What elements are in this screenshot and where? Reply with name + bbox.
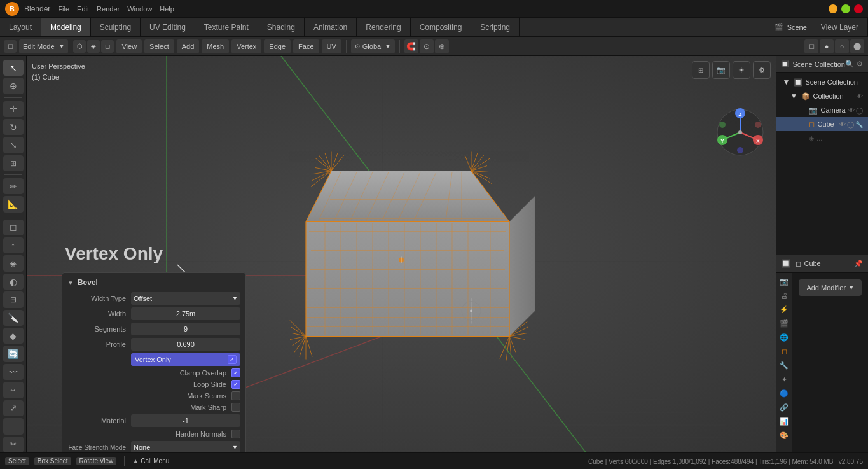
add-menu[interactable]: Add: [177, 39, 200, 53]
menu-edit[interactable]: Edit: [77, 5, 89, 13]
viewport[interactable]: User Perspective (1) Cube ⊞ 📷 ☀ ⚙ Z X: [27, 56, 776, 452]
mesh-menu[interactable]: Mesh: [202, 39, 229, 53]
add-cube-tool[interactable]: ◻: [3, 220, 24, 235]
extrude-tool[interactable]: ↑: [3, 237, 24, 253]
maximize-button[interactable]: [841, 4, 850, 13]
mark-sharp-checkbox[interactable]: [231, 403, 240, 412]
tab-animation[interactable]: Animation: [305, 18, 357, 36]
select-tool[interactable]: ↖: [3, 60, 24, 76]
tab-compositing[interactable]: Compositing: [411, 18, 472, 36]
outliner-camera[interactable]: 📷 Camera 👁 ◯: [776, 103, 868, 117]
nav-gizmo[interactable]: Z X Y: [715, 107, 766, 160]
segments-value[interactable]: 9: [131, 323, 240, 335]
add-modifier-button[interactable]: Add Modifier ▼: [799, 279, 862, 296]
profile-value[interactable]: 0.690: [131, 338, 240, 351]
props-physics-btn[interactable]: 🔵: [778, 388, 790, 400]
outliner-collection[interactable]: ▼ 📦 Collection 👁: [776, 89, 868, 103]
outliner-filter-btn[interactable]: 🔍: [845, 60, 854, 68]
props-scene-btn[interactable]: 🎬: [778, 318, 790, 330]
mode-btn-1[interactable]: ⬡: [73, 40, 86, 53]
tab-modeling[interactable]: Modeling: [41, 18, 91, 36]
transform-pivot-btn[interactable]: ⊙ Global ▼: [351, 39, 395, 53]
tab-view-layer[interactable]: View Layer: [812, 18, 868, 36]
overlay-btn[interactable]: ⊕: [435, 39, 449, 53]
tab-uv-editing[interactable]: UV Editing: [141, 18, 195, 36]
tab-rendering[interactable]: Rendering: [357, 18, 410, 36]
viewport-camera-btn[interactable]: 📷: [712, 61, 730, 79]
width-type-dropdown[interactable]: Offset ▼: [131, 292, 240, 305]
vertex-menu[interactable]: Vertex: [231, 39, 261, 53]
menu-window[interactable]: Window: [127, 5, 152, 13]
spin-tool[interactable]: 🔄: [3, 346, 24, 361]
add-workspace-button[interactable]: +: [520, 18, 537, 36]
tab-layout[interactable]: Layout: [0, 18, 41, 36]
props-particles-btn[interactable]: ✦: [778, 374, 790, 386]
outliner-item-4[interactable]: ◈ ...: [776, 131, 868, 145]
shading-wireframe[interactable]: ◻: [804, 39, 818, 53]
props-data-btn[interactable]: 📊: [778, 416, 790, 428]
proportional-btn[interactable]: ⊙: [420, 39, 434, 53]
props-view-layer-btn[interactable]: ⚡: [778, 304, 790, 316]
tab-scripting[interactable]: Scripting: [471, 18, 520, 36]
poly-build-tool[interactable]: ◆: [3, 328, 24, 344]
minimize-button[interactable]: [829, 4, 837, 13]
props-modifier-btn[interactable]: 🔧: [778, 360, 790, 372]
transform-tool[interactable]: ⊞: [3, 155, 24, 171]
face-strength-dropdown[interactable]: None ▼: [131, 441, 240, 452]
shrink-tool[interactable]: ⤢: [3, 400, 24, 416]
viewport-settings-btn[interactable]: ⚙: [753, 61, 771, 79]
props-world-btn[interactable]: 🌐: [778, 332, 790, 344]
width-value[interactable]: 2.75m: [131, 307, 240, 320]
material-value[interactable]: -1: [131, 414, 240, 427]
close-button[interactable]: [854, 4, 863, 13]
rotate-view-button[interactable]: Rotate View: [76, 457, 117, 465]
shading-render[interactable]: ⬤: [850, 39, 864, 53]
props-render-btn[interactable]: 📷: [778, 276, 790, 288]
props-output-btn[interactable]: 🖨: [778, 290, 790, 302]
menu-file[interactable]: File: [58, 5, 69, 13]
annotate-tool[interactable]: ✏: [3, 178, 24, 194]
rotate-tool[interactable]: ↻: [3, 119, 24, 135]
edge-slide-tool[interactable]: ↔: [3, 382, 24, 398]
tab-texture-paint[interactable]: Texture Paint: [195, 18, 258, 36]
clamp-overlap-checkbox[interactable]: [231, 368, 240, 377]
face-menu[interactable]: Face: [293, 39, 319, 53]
scale-tool[interactable]: ⤡: [3, 137, 24, 153]
move-tool[interactable]: ✛: [3, 101, 24, 117]
props-tab-scene[interactable]: 🔲: [781, 259, 790, 268]
vertex-only-checkbox[interactable]: [228, 355, 237, 364]
bevel-tool[interactable]: ◐: [3, 274, 24, 290]
shear-tool[interactable]: ⫠: [3, 418, 24, 434]
view-menu[interactable]: View: [116, 39, 142, 53]
loop-cut-tool[interactable]: ⊟: [3, 291, 24, 307]
mark-seams-checkbox[interactable]: [231, 391, 240, 400]
cursor-tool[interactable]: ⊕: [3, 78, 24, 94]
uv-menu[interactable]: UV: [322, 39, 341, 53]
props-pin-btn[interactable]: 📌: [854, 260, 863, 268]
outliner-settings-btn[interactable]: ⚙: [857, 60, 863, 68]
tab-sculpting[interactable]: Sculpting: [91, 18, 141, 36]
panel-collapse-icon[interactable]: ▼: [67, 279, 74, 286]
vertex-only-toggle[interactable]: Vertex Only: [131, 353, 240, 366]
edge-menu[interactable]: Edge: [264, 39, 291, 53]
props-object-btn[interactable]: ◻: [778, 346, 790, 358]
menu-render[interactable]: Render: [97, 5, 120, 13]
snap-btn[interactable]: 🧲: [404, 39, 418, 53]
smooth-tool[interactable]: 〰: [3, 364, 24, 380]
viewport-light-btn[interactable]: ☀: [733, 61, 750, 79]
props-constraints-btn[interactable]: 🔗: [778, 402, 790, 414]
menu-help[interactable]: Help: [160, 5, 174, 13]
outliner-cube[interactable]: ◻ Cube 👁 ◯ 🔧: [776, 117, 868, 131]
select-button[interactable]: Select: [5, 457, 29, 465]
scene-selector[interactable]: Scene: [787, 24, 807, 31]
knife-tool[interactable]: 🔪: [3, 310, 24, 326]
rip-tool[interactable]: ✂: [3, 437, 24, 452]
select-menu[interactable]: Select: [144, 39, 174, 53]
tab-shading[interactable]: Shading: [258, 18, 305, 36]
mode-btn-2[interactable]: ◈: [87, 40, 100, 53]
mode-dropdown[interactable]: Edit Mode ▼: [19, 39, 68, 53]
shading-solid[interactable]: ●: [820, 39, 834, 53]
viewport-grid-btn[interactable]: ⊞: [692, 61, 710, 79]
inset-tool[interactable]: ◈: [3, 255, 24, 271]
loop-slide-checkbox[interactable]: [231, 380, 240, 389]
